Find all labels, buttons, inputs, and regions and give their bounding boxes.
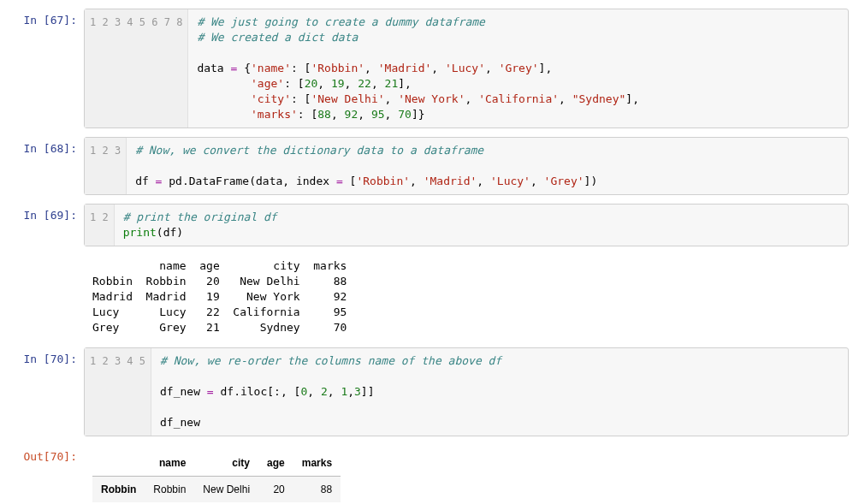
code-token: 'age' <box>251 77 284 90</box>
code-token: # Now, we re-order the columns name of t… <box>160 354 501 367</box>
code-token: 'name' <box>251 62 291 74</box>
code-token: 20 <box>305 77 318 90</box>
code-token: 'Robbin' <box>356 175 410 187</box>
table-cell: New Delhi <box>194 477 258 503</box>
code-token: = <box>207 385 214 398</box>
code-token: 88 <box>317 108 331 121</box>
code-input-area[interactable]: 1 2 3 4 5 # Now, we re-order the columns… <box>84 347 849 436</box>
code-token: ], <box>625 92 639 105</box>
code-token: 'marks' <box>251 108 298 121</box>
code-token: 'Madrid' <box>378 62 432 74</box>
output-cell: Out[70]: namecityagemarks RobbinRobbinNe… <box>10 445 849 504</box>
code-token: 21 <box>385 77 399 90</box>
code-token: : [ <box>284 77 304 90</box>
code-token: data <box>197 62 230 74</box>
line-gutter: 1 2 3 4 5 <box>85 348 151 436</box>
code-token: df_new <box>160 385 207 398</box>
in-prompt: In [70]: <box>10 347 84 365</box>
code-token: 'New Delhi' <box>311 92 384 105</box>
in-prompt: In [67]: <box>10 9 84 27</box>
code-body[interactable]: # Now, we re-order the columns name of t… <box>151 348 848 436</box>
code-token: : [ <box>291 92 311 105</box>
dataframe-output: namecityagemarks RobbinRobbinNew Delhi20… <box>84 445 849 504</box>
code-token: , <box>465 92 478 105</box>
code-token: 'Lucy' <box>445 62 485 74</box>
code-token: pd.DataFrame(data, index <box>162 175 336 187</box>
code-token: ]] <box>361 385 375 398</box>
in-prompt: In [68]: <box>10 137 84 155</box>
table-column-header: marks <box>293 450 341 477</box>
code-token: , <box>385 92 399 105</box>
table-cell: Robbin <box>145 477 194 503</box>
code-token <box>197 77 251 90</box>
code-cell: In [70]: 1 2 3 4 5 # Now, we re-order th… <box>10 347 849 436</box>
out-prompt: Out[70]: <box>10 445 84 463</box>
table-row: RobbinRobbinNew Delhi2088 <box>92 477 341 503</box>
stdout-output: name age city marks Robbin Robbin 20 New… <box>84 255 849 339</box>
code-body[interactable]: # print the original df print(df) <box>115 205 848 246</box>
table-cell: 20 <box>258 477 293 503</box>
line-gutter: 1 2 3 <box>85 138 127 194</box>
table-row-index: Robbin <box>92 477 145 503</box>
code-token: 70 <box>398 108 412 121</box>
code-body[interactable]: # We just going to create a dummy datafr… <box>188 9 848 127</box>
code-token: , <box>317 77 331 90</box>
stdout-cell: name age city marks Robbin Robbin 20 New… <box>10 255 849 339</box>
code-token: # We just going to create a dummy datafr… <box>197 15 485 28</box>
code-token: 'California' <box>478 92 559 105</box>
code-cell: In [69]: 1 2 # print the original df pri… <box>10 204 849 246</box>
code-token: , <box>431 62 445 74</box>
code-token: 'Madrid' <box>424 175 477 187</box>
code-token: ], <box>539 62 553 74</box>
table-corner <box>92 450 145 477</box>
empty-prompt <box>10 255 84 260</box>
code-token: (df) <box>157 226 183 239</box>
code-input-area[interactable]: 1 2 # print the original df print(df) <box>84 204 849 246</box>
code-token: 19 <box>331 77 345 90</box>
code-token: { <box>237 62 251 74</box>
code-cell: In [68]: 1 2 3 # Now, we convert the dic… <box>10 137 849 195</box>
code-token: , <box>477 175 490 187</box>
code-token: 95 <box>371 108 385 121</box>
code-token: , <box>559 92 572 105</box>
code-token: 92 <box>345 108 358 121</box>
code-token: , <box>530 175 544 187</box>
code-token: , <box>345 77 358 90</box>
code-token: , <box>385 108 399 121</box>
code-token: , <box>328 385 341 398</box>
table-column-header: name <box>145 450 194 477</box>
code-token: , <box>371 77 385 90</box>
code-token: , <box>485 62 499 74</box>
code-token: , <box>347 385 354 398</box>
code-token: # Now, we convert the dictionary data to… <box>135 144 483 157</box>
code-input-area[interactable]: 1 2 3 4 5 6 7 8 # We just going to creat… <box>84 9 849 128</box>
table-column-header: age <box>258 450 293 477</box>
code-token: , <box>410 175 424 187</box>
code-token: 'Grey' <box>499 62 539 74</box>
code-body[interactable]: # Now, we convert the dictionary data to… <box>127 138 848 194</box>
table-cell: 88 <box>293 477 341 503</box>
code-token: : [ <box>298 108 317 121</box>
code-cell: In [67]: 1 2 3 4 5 6 7 8 # We just going… <box>10 9 849 128</box>
code-token: 'New York' <box>398 92 465 105</box>
code-token: 'Lucy' <box>490 175 530 187</box>
code-token: ]} <box>412 108 425 121</box>
code-token <box>197 92 251 105</box>
code-token: , <box>307 385 321 398</box>
code-input-area[interactable]: 1 2 3 # Now, we convert the dictionary d… <box>84 137 849 195</box>
dataframe-table: namecityagemarks RobbinRobbinNew Delhi20… <box>92 450 341 504</box>
code-token: : [ <box>291 62 311 74</box>
code-token: "Sydney" <box>572 92 626 105</box>
in-prompt: In [69]: <box>10 204 84 222</box>
code-token: 'Robbin' <box>311 62 364 74</box>
code-token: = <box>336 175 343 187</box>
table-column-header: city <box>194 450 258 477</box>
code-token: 'Grey' <box>544 175 584 187</box>
table-header-row: namecityagemarks <box>92 450 341 477</box>
code-token: , <box>331 108 345 121</box>
code-token: ]) <box>584 175 598 187</box>
code-token: 3 <box>354 385 361 398</box>
code-token: ], <box>398 77 412 90</box>
code-token: 2 <box>321 385 328 398</box>
code-token: 'city' <box>251 92 291 105</box>
